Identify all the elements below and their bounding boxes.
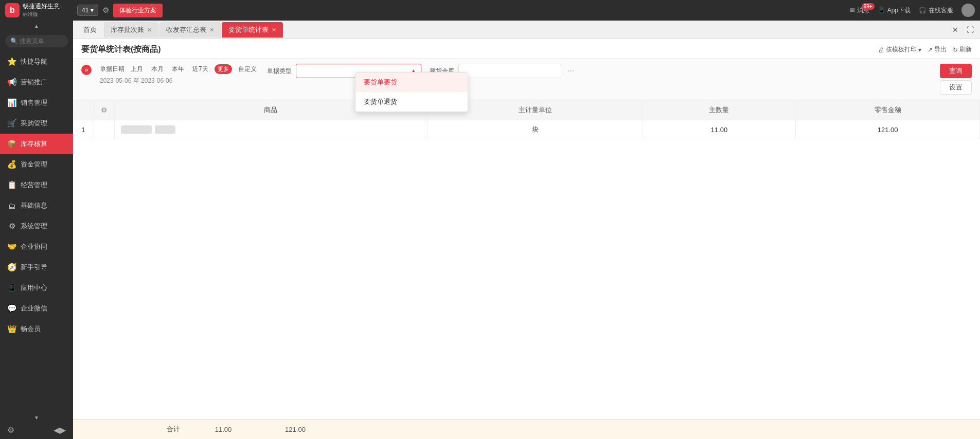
sidebar-item-system[interactable]: ⚙ 系统管理 bbox=[0, 216, 73, 236]
tab-home[interactable]: 首页 bbox=[77, 22, 103, 38]
phone-icon: 📱 bbox=[878, 7, 885, 14]
th-settings[interactable]: ⚙ bbox=[94, 100, 114, 120]
sidebar-item-label: 畅会员 bbox=[21, 324, 41, 334]
date-range: 2023-05-06 至 2023-06-06 bbox=[100, 77, 259, 85]
filter-expand-btn[interactable]: » bbox=[81, 65, 92, 75]
sidebar-bottom: ⚙ ◀▶ bbox=[0, 420, 73, 439]
sidebar-item-marketing[interactable]: 📢 营销推广 bbox=[0, 72, 73, 93]
date-btn-more[interactable]: 更多 bbox=[215, 64, 232, 74]
export-icon: ↗ bbox=[928, 46, 933, 53]
gear-icon[interactable]: ⚙ bbox=[102, 6, 109, 15]
table-footer: 合计 11.00 121.00 bbox=[73, 419, 980, 439]
message-badge: 99+ bbox=[862, 3, 875, 10]
sidebar-item-purchase[interactable]: 🛒 采购管理 bbox=[0, 113, 73, 134]
sidebar-item-guide[interactable]: 🧭 新手引导 bbox=[0, 257, 73, 278]
tab-receivable-summary[interactable]: 收发存汇总表 ✕ bbox=[159, 22, 221, 38]
marketing-icon: 📢 bbox=[7, 78, 16, 87]
settings-col-icon[interactable]: ⚙ bbox=[101, 106, 108, 114]
sidebar-item-wechat[interactable]: 💬 企业微信 bbox=[0, 298, 73, 319]
tab-batch-account-close[interactable]: ✕ bbox=[147, 27, 152, 33]
filter-actions: 查询 设置 bbox=[940, 64, 972, 95]
sales-icon: 📊 bbox=[7, 98, 16, 107]
print-template-btn[interactable]: 🖨 按模板打印 ▾ bbox=[878, 45, 921, 54]
trial-button[interactable]: 体验行业方案 bbox=[113, 4, 163, 17]
tab-batch-account-label: 库存批次账 bbox=[111, 25, 144, 34]
sidebar-item-inventory[interactable]: 📦 库存核算 bbox=[0, 134, 73, 154]
more-filters-icon[interactable]: ··· bbox=[567, 66, 574, 76]
store-selector[interactable]: 41 ▾ bbox=[77, 5, 98, 16]
tab-receivable-summary-label: 收发存汇总表 bbox=[166, 25, 206, 34]
tab-receivable-summary-close[interactable]: ✕ bbox=[209, 27, 214, 33]
sidebar-item-basic[interactable]: 🗂 基础信息 bbox=[0, 195, 73, 216]
app-center-icon: 📱 bbox=[7, 283, 16, 292]
scroll-down-btn[interactable]: ▼ bbox=[0, 412, 73, 423]
cell-row-num: 1 bbox=[73, 120, 94, 139]
operation-icon: 📋 bbox=[7, 180, 16, 190]
tab-batch-account[interactable]: 库存批次账 ✕ bbox=[104, 22, 158, 38]
headset-icon: 🎧 bbox=[919, 7, 926, 14]
app-download-item[interactable]: 📱 App下载 bbox=[878, 6, 911, 15]
sidebar-item-label: 资金管理 bbox=[21, 160, 47, 169]
wechat-icon: 💬 bbox=[7, 304, 16, 313]
tab-order-stats-close[interactable]: ✕ bbox=[272, 27, 276, 33]
sidebar-item-label: 经营管理 bbox=[21, 180, 47, 190]
th-amount: 零售金额 bbox=[796, 100, 980, 120]
settings-button[interactable]: 设置 bbox=[940, 80, 972, 95]
settings-bottom-icon[interactable]: ⚙ bbox=[7, 425, 14, 435]
finance-icon: 💰 bbox=[7, 160, 16, 169]
dropdown-item-return[interactable]: 要货单退货 bbox=[355, 92, 468, 112]
sidebar: ▲ 🔍 ⭐ 快捷导航 📢 营销推广 📊 销售管理 🛒 采购管理 bbox=[0, 21, 73, 439]
product-cell bbox=[121, 125, 421, 134]
type-dropdown: 要货单要货 要货单退货 bbox=[355, 72, 468, 112]
date-btn-7days[interactable]: 近7天 bbox=[190, 64, 210, 75]
refresh-btn[interactable]: ↻ 刷新 bbox=[953, 45, 972, 54]
date-label: 单据日期 bbox=[100, 65, 124, 74]
tab-order-stats-label: 要货单统计表 bbox=[228, 25, 269, 34]
inventory-icon: 📦 bbox=[7, 139, 16, 149]
sidebar-item-label: 系统管理 bbox=[21, 222, 47, 231]
chevron-down-icon: ▾ bbox=[91, 7, 94, 14]
sidebar-item-finance[interactable]: 💰 资金管理 bbox=[0, 154, 73, 175]
sidebar-item-app-center[interactable]: 📱 应用中心 bbox=[0, 278, 73, 298]
date-btn-this-month[interactable]: 本月 bbox=[149, 64, 166, 75]
dropdown-item-order[interactable]: 要货单要货 bbox=[355, 72, 468, 92]
warehouse-input[interactable] bbox=[458, 64, 561, 78]
tab-order-stats[interactable]: 要货单统计表 ✕ bbox=[222, 22, 283, 38]
footer-total-qty: 11.00 bbox=[182, 426, 264, 433]
enterprise-icon: 🤝 bbox=[7, 242, 16, 251]
online-service-item[interactable]: 🎧 在线客服 bbox=[919, 6, 953, 15]
date-btn-this-year[interactable]: 本年 bbox=[170, 64, 186, 75]
filter-area: » 单据日期 上月 本月 本年 近7天 更多 自定义 2023-05-06 至 … bbox=[73, 59, 980, 100]
sidebar-item-member[interactable]: 👑 畅会员 bbox=[0, 319, 73, 339]
search-wrap: 🔍 bbox=[0, 31, 73, 51]
sidebar-item-label: 应用中心 bbox=[21, 283, 47, 292]
sidebar-item-label: 采购管理 bbox=[21, 119, 47, 128]
sidebar-item-quick-nav[interactable]: ⭐ 快捷导航 bbox=[0, 51, 73, 72]
tab-fullscreen-btn[interactable]: ⛶ bbox=[965, 24, 976, 36]
query-button[interactable]: 查询 bbox=[940, 64, 972, 78]
scroll-up-btn[interactable]: ▲ bbox=[0, 21, 73, 31]
avatar[interactable] bbox=[961, 4, 975, 17]
sidebar-item-label: 企业协同 bbox=[21, 242, 47, 251]
export-btn[interactable]: ↗ 导出 bbox=[928, 45, 947, 54]
collapse-sidebar-icon[interactable]: ◀▶ bbox=[54, 425, 66, 435]
app-logo: b 畅捷通好生意 标准版 bbox=[5, 3, 77, 18]
message-item[interactable]: ✉ 消息 99+ bbox=[850, 6, 869, 15]
tabs-right: ✕ ⛶ bbox=[950, 24, 976, 36]
date-btn-last-month[interactable]: 上月 bbox=[129, 64, 145, 75]
table-header-row: ⚙ 商品 主计量单位 主数量 零售金额 bbox=[73, 100, 980, 120]
cell-settings bbox=[94, 120, 114, 139]
sidebar-item-enterprise[interactable]: 🤝 企业协同 bbox=[0, 236, 73, 257]
sidebar-item-operation[interactable]: 📋 经营管理 bbox=[0, 175, 73, 195]
sidebar-item-label: 快捷导航 bbox=[21, 57, 47, 66]
refresh-icon: ↻ bbox=[953, 46, 958, 53]
sidebar-item-sales[interactable]: 📊 销售管理 bbox=[0, 93, 73, 113]
date-btn-custom[interactable]: 自定义 bbox=[236, 64, 259, 75]
tab-expand-btn[interactable]: ✕ bbox=[950, 24, 960, 36]
chevron-down-icon: ▾ bbox=[918, 46, 921, 53]
sidebar-item-label: 基础信息 bbox=[21, 201, 47, 210]
message-icon: ✉ bbox=[850, 7, 855, 14]
product-placeholder-2 bbox=[155, 125, 175, 134]
sidebar-item-label: 库存核算 bbox=[21, 139, 47, 149]
search-icon: 🔍 bbox=[10, 38, 18, 45]
